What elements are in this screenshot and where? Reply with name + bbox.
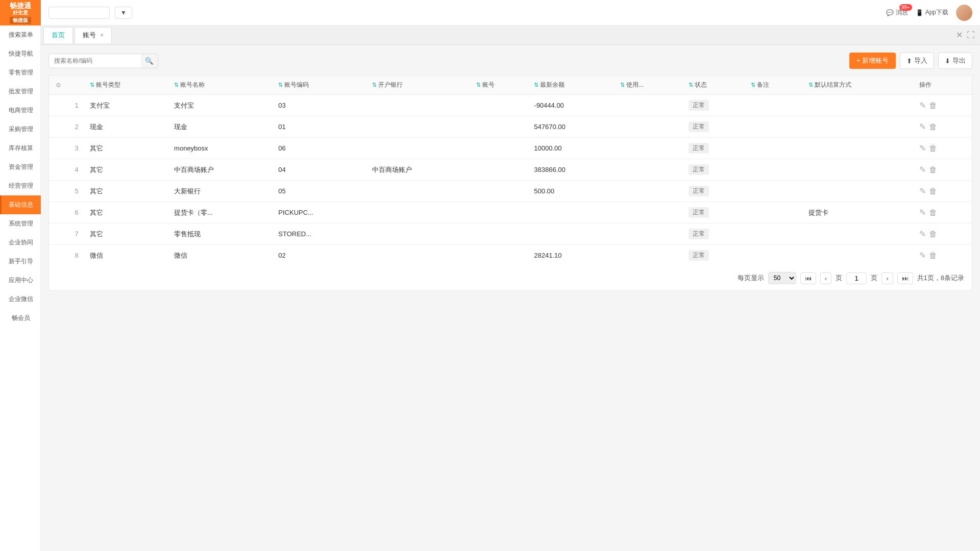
- edit-button[interactable]: ✎: [919, 208, 926, 217]
- table-cell: [368, 116, 472, 138]
- edit-button[interactable]: ✎: [919, 165, 926, 174]
- tab-close-account[interactable]: ×: [100, 32, 104, 39]
- edit-button[interactable]: ✎: [919, 186, 926, 196]
- table-cell: 05: [274, 181, 368, 202]
- last-page-button[interactable]: ⏭: [897, 272, 913, 284]
- export-button[interactable]: ⬇ 导出: [938, 53, 972, 69]
- sidebar-item-operation[interactable]: 经营管理: [0, 177, 41, 195]
- table-cell: 中百商场账户: [170, 159, 274, 181]
- dropdown-button[interactable]: ▼: [115, 7, 132, 19]
- default-settlement-column-header[interactable]: ⇅默认结算方式: [804, 76, 915, 95]
- delete-button[interactable]: 🗑: [929, 165, 937, 174]
- table-cell: 7: [67, 223, 86, 245]
- name-column-header[interactable]: ⇅账号名称: [170, 76, 274, 95]
- status-cell: 正常: [684, 181, 747, 202]
- tab-account[interactable]: 账号×: [75, 27, 112, 43]
- toolbar-left: 🔍: [48, 54, 158, 68]
- edit-button[interactable]: ✎: [919, 143, 926, 153]
- sidebar-item-search[interactable]: 搜索菜单: [0, 26, 41, 44]
- table-cell: 中百商场账户: [368, 159, 472, 181]
- sidebar-item-basic[interactable]: 基础信息: [0, 195, 41, 214]
- search-button[interactable]: 🔍: [141, 54, 158, 68]
- tab-bar: 首页账号× ✕ ⛶: [41, 26, 980, 45]
- sidebar-item-wholesale[interactable]: 批发管理: [0, 82, 41, 101]
- table-cell: [472, 245, 530, 266]
- table-cell: [804, 159, 915, 181]
- per-page-select[interactable]: 50 20 100: [768, 272, 796, 284]
- status-badge: 正常: [689, 229, 709, 239]
- delete-button[interactable]: 🗑: [929, 143, 937, 153]
- usage-column-header[interactable]: ⇅使用...: [616, 76, 685, 95]
- sidebar-item-system[interactable]: 系统管理: [0, 214, 41, 233]
- bank-column-header[interactable]: ⇅开户银行: [368, 76, 472, 95]
- import-button[interactable]: ⬆ 导入: [900, 53, 934, 69]
- page-input[interactable]: [846, 272, 867, 284]
- delete-button[interactable]: 🗑: [929, 229, 937, 239]
- sidebar-item-agreement[interactable]: 企业协同: [0, 233, 41, 252]
- edit-button[interactable]: ✎: [919, 229, 926, 239]
- edit-button[interactable]: ✎: [919, 251, 926, 260]
- balance-column-header[interactable]: ⇅最新余额: [530, 76, 616, 95]
- edit-button[interactable]: ✎: [919, 122, 926, 132]
- remark-column-header[interactable]: ⇅备注: [747, 76, 804, 95]
- first-page-button[interactable]: ⏮: [800, 272, 816, 284]
- delete-button[interactable]: 🗑: [929, 101, 937, 110]
- user-avatar[interactable]: [956, 5, 972, 21]
- message-button[interactable]: 💬 消息 99+: [886, 8, 908, 17]
- sidebar-item-enterprise_wechat[interactable]: 企业微信: [0, 290, 41, 309]
- table-cell: [616, 138, 685, 159]
- num-column-header: [67, 76, 86, 95]
- status-cell: 正常: [684, 223, 747, 245]
- status-column-header[interactable]: ⇅状态: [684, 76, 747, 95]
- close-tab-button[interactable]: ✕: [956, 30, 963, 40]
- top-search-input[interactable]: [48, 7, 110, 19]
- table-cell: 6: [67, 202, 86, 223]
- edit-button[interactable]: ✎: [919, 101, 926, 110]
- table-cell: 383866.00: [530, 159, 616, 181]
- settings-icon[interactable]: ⚙: [56, 82, 61, 89]
- app-download-button[interactable]: 📱 App下载: [916, 8, 948, 17]
- table-cell: [747, 245, 804, 266]
- table-cell: [804, 181, 915, 202]
- add-account-button[interactable]: + 新增账号: [849, 53, 896, 69]
- tab-home[interactable]: 首页: [43, 27, 73, 43]
- status-cell: 正常: [684, 116, 747, 138]
- table-cell: 04: [274, 159, 368, 181]
- import-icon: ⬆: [906, 57, 912, 65]
- delete-button[interactable]: 🗑: [929, 122, 937, 132]
- row-settings-cell: [49, 223, 67, 245]
- table-cell: 提货卡: [804, 202, 915, 223]
- table-cell: 支付宝: [170, 95, 274, 116]
- table-cell: [747, 223, 804, 245]
- sidebar-item-guide[interactable]: 新手引导: [0, 252, 41, 271]
- sidebar-item-app_center[interactable]: 应用中心: [0, 271, 41, 290]
- sidebar-item-ecommerce[interactable]: 电商管理: [0, 101, 41, 120]
- table-cell: [472, 95, 530, 116]
- row-settings-cell: [49, 116, 67, 138]
- sidebar-item-shortcut[interactable]: 快捷导航: [0, 44, 41, 63]
- maximize-button[interactable]: ⛶: [967, 30, 975, 40]
- search-input[interactable]: [49, 54, 141, 67]
- table-cell: STORED...: [274, 223, 368, 245]
- sidebar-item-member[interactable]: 畅会员: [0, 309, 41, 328]
- table-cell: [530, 223, 616, 245]
- prev-page-button[interactable]: ‹: [820, 272, 831, 284]
- table-cell: [747, 116, 804, 138]
- account-column-header[interactable]: ⇅账号: [472, 76, 530, 95]
- table-cell: 零售抵现: [170, 223, 274, 245]
- delete-button[interactable]: 🗑: [929, 208, 937, 217]
- sidebar-item-retail[interactable]: 零售管理: [0, 63, 41, 82]
- status-cell: 正常: [684, 138, 747, 159]
- sidebar-item-purchase[interactable]: 采购管理: [0, 120, 41, 139]
- sidebar-item-finance[interactable]: 资金管理: [0, 158, 41, 177]
- status-cell: 正常: [684, 95, 747, 116]
- type-column-header[interactable]: ⇅账号类型: [86, 76, 170, 95]
- sidebar-item-inventory[interactable]: 库存核算: [0, 139, 41, 158]
- next-page-button[interactable]: ›: [881, 272, 893, 284]
- delete-button[interactable]: 🗑: [929, 186, 937, 196]
- code-column-header[interactable]: ⇅账号编码: [274, 76, 368, 95]
- action-cell: ✎🗑: [915, 95, 972, 116]
- table-cell: [747, 181, 804, 202]
- table-cell: [804, 116, 915, 138]
- delete-button[interactable]: 🗑: [929, 251, 937, 260]
